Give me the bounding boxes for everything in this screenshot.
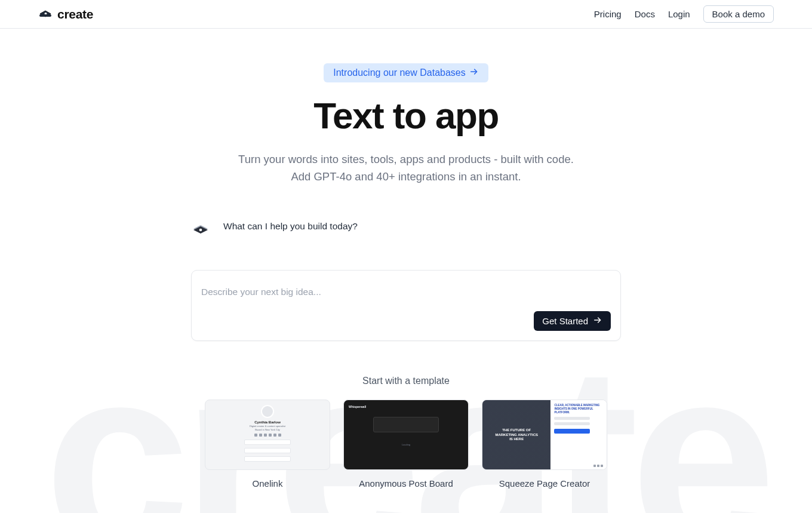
thumb-sub1: Digital creator & content specialist <box>250 425 285 428</box>
template-card-squeeze-page[interactable]: THE FUTURE OF MARKETING ANALYTICS IS HER… <box>482 400 607 489</box>
announcement-pill[interactable]: Introducing our new Databases <box>324 63 488 82</box>
svg-rect-0 <box>39 14 51 17</box>
get-started-button[interactable]: Get Started <box>534 311 611 331</box>
template-card-anonymous-board[interactable]: Whisperwall Loading Anonymous Post Board <box>343 400 469 489</box>
assistant-avatar-icon <box>191 220 210 239</box>
assistant-prompt-row: What can I help you build today? <box>191 221 621 239</box>
assistant-prompt-text: What can I help you build today? <box>223 221 358 232</box>
thumb-brand: Whisperwall <box>349 405 463 408</box>
top-nav: Pricing Docs Login Book a demo <box>594 5 774 23</box>
svg-point-2 <box>199 229 202 232</box>
template-thumb: Whisperwall Loading <box>343 400 469 470</box>
thumb-name: Cynthia Barlow <box>254 420 281 424</box>
thumb-hero-text: THE FUTURE OF MARKETING ANALYTICS IS HER… <box>495 428 538 442</box>
input-actions: Get Started <box>201 311 611 331</box>
template-label: Onelink <box>253 478 283 489</box>
template-thumb: THE FUTURE OF MARKETING ANALYTICS IS HER… <box>482 400 607 470</box>
nav-login[interactable]: Login <box>668 9 690 19</box>
templates-list: Cynthia Barlow Digital creator & content… <box>205 400 607 489</box>
thumb-right-title: CLEAR, ACTIONABLE MARKETING INSIGHTS IN … <box>554 404 603 414</box>
template-label: Anonymous Post Board <box>359 478 453 489</box>
announcement-text: Introducing our new Databases <box>333 67 465 78</box>
idea-input[interactable] <box>201 280 611 304</box>
template-thumb: Cynthia Barlow Digital creator & content… <box>205 400 330 470</box>
arrow-right-icon <box>469 67 479 79</box>
brand-logo-icon <box>38 7 53 21</box>
main-content: Introducing our new Databases Text to ap… <box>0 29 812 489</box>
thumb-sub2: Based in New York City <box>255 428 280 431</box>
brand-logo[interactable]: create <box>38 7 93 21</box>
nav-pricing[interactable]: Pricing <box>594 9 622 19</box>
template-label: Squeeze Page Creator <box>499 478 590 489</box>
arrow-right-icon <box>593 315 602 327</box>
thumb-footer: Loading <box>349 443 463 446</box>
site-header: create Pricing Docs Login Book a demo <box>0 0 812 29</box>
page-subtitle: Turn your words into sites, tools, apps … <box>238 151 574 185</box>
get-started-label: Get Started <box>542 316 588 326</box>
nav-docs[interactable]: Docs <box>635 9 655 19</box>
template-card-onelink[interactable]: Cynthia Barlow Digital creator & content… <box>205 400 330 489</box>
subtitle-line-1: Turn your words into sites, tools, apps … <box>238 151 574 168</box>
page-title: Text to app <box>313 94 499 137</box>
idea-input-card: Get Started <box>191 270 621 341</box>
book-demo-button[interactable]: Book a demo <box>703 5 774 23</box>
subtitle-line-2: Add GPT-4o and 40+ integrations in an in… <box>238 168 574 186</box>
templates-section: Start with a template Cynthia Barlow Dig… <box>205 376 607 489</box>
brand-logo-text: create <box>57 7 93 21</box>
templates-heading: Start with a template <box>362 376 450 386</box>
